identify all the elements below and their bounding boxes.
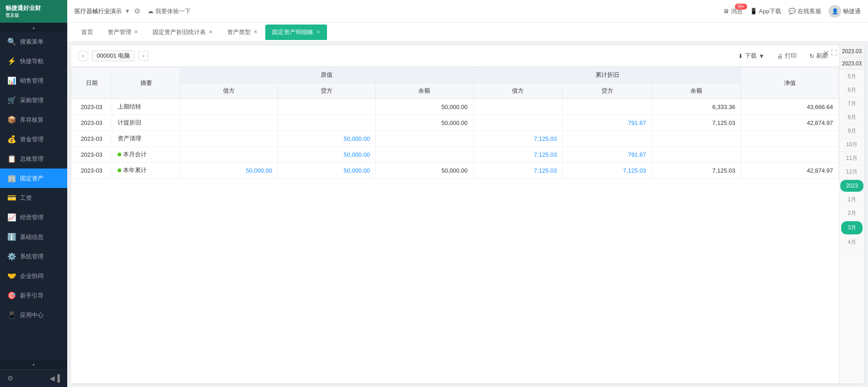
settings-icon[interactable]: ⚙ xyxy=(7,374,13,382)
sidebar-item-sales[interactable]: 📊销售管理 xyxy=(0,71,67,90)
app-download-btn[interactable]: 📱 App下载 xyxy=(750,7,781,15)
sidebar-item-purchase[interactable]: 🛒采购管理 xyxy=(0,90,67,110)
topbar: 医疗器械行业演示 ▼ ⚙ ☁ 我要体验一下 🖥 消息 99+ 📱 App下载 💬… xyxy=(67,0,868,23)
sidebar-label-sales: 销售管理 xyxy=(20,77,44,85)
sales-icon: 📊 xyxy=(7,76,15,85)
app_center-icon: 📱 xyxy=(7,311,15,319)
refresh-icon: ↻ xyxy=(809,53,814,60)
th-accumulated: 累计折旧 xyxy=(473,67,741,83)
tab-close-fixed_detail[interactable]: ✕ xyxy=(316,29,320,35)
timeline-month-after-2月[interactable]: 2月 xyxy=(839,207,864,220)
tab-close-asset_mgmt[interactable]: ✕ xyxy=(134,29,138,35)
ledger-icon: 📋 xyxy=(7,154,15,163)
timeline-month-8月[interactable]: 8月 xyxy=(839,111,864,124)
panel-controls: ✕ ⛶ xyxy=(823,49,837,58)
cell-orig-debit xyxy=(180,131,278,147)
company-settings-icon[interactable]: ⚙ xyxy=(134,7,140,15)
cell-accum-balance xyxy=(652,131,741,147)
timeline-month-7月[interactable]: 7月 xyxy=(839,97,864,111)
service-icon: 💬 xyxy=(789,8,796,15)
content-wrapper: ‹ 000001 电脑 › ⬇ 下载 ▼ 🖨 打印 xyxy=(71,45,864,383)
sidebar-item-operations[interactable]: 📈经营管理 xyxy=(0,208,67,227)
sidebar-item-payroll[interactable]: 💳工资 xyxy=(0,188,67,208)
sidebar-item-system[interactable]: ⚙️系统管理 xyxy=(0,247,67,266)
cell-net-value: 42,874.97 xyxy=(741,115,838,131)
experience-btn[interactable]: ☁ 我要体验一下 xyxy=(144,5,194,17)
timeline-month-10月[interactable]: 10月 xyxy=(839,138,864,152)
tab-asset_type[interactable]: 资产类型✕ xyxy=(220,25,264,40)
asset-code-tag: 000001 电脑 xyxy=(92,50,135,61)
timeline-month-9月[interactable]: 9月 xyxy=(839,124,864,138)
cell-accum-credit xyxy=(562,99,651,115)
collapse-icon[interactable]: ◀▐ xyxy=(50,374,60,382)
th-orig-credit: 贷方 xyxy=(278,83,376,99)
sidebar-scroll-up[interactable]: ▲ xyxy=(0,23,67,32)
user-menu[interactable]: 👤 畅捷通 xyxy=(828,5,861,18)
table-row: 2023-03 本月合计 50,000.00 7,125.03 791.67 xyxy=(71,147,839,163)
app-version: 普及版 xyxy=(5,12,41,19)
timeline-year-2023[interactable]: 2023 xyxy=(840,180,863,192)
table-row: 2023-03 计提折旧 50,000.00 791.67 7,125.03 4… xyxy=(71,115,839,131)
download-icon: 📱 xyxy=(750,8,757,15)
company-name: 医疗器械行业演示 xyxy=(74,7,122,15)
sidebar-item-ledger[interactable]: 📋总账管理 xyxy=(0,149,67,169)
th-accum-balance: 余额 xyxy=(652,83,741,99)
customer-service-btn[interactable]: 💬 在线客服 xyxy=(789,7,821,15)
sidebar-item-quick_nav[interactable]: ⚡快捷导航 xyxy=(0,51,67,71)
cell-net-value: 42,874.97 xyxy=(741,163,838,179)
cell-date: 2023-03 xyxy=(71,99,112,115)
timeline-month-11月[interactable]: 11月 xyxy=(839,152,864,165)
cell-date: 2023-03 xyxy=(71,131,112,147)
prev-asset-btn[interactable]: ‹ xyxy=(78,51,88,61)
timeline-month-5月[interactable]: 5月 xyxy=(839,70,864,84)
sidebar-scroll-down[interactable]: ▼ xyxy=(0,360,67,369)
sidebar-nav: 🔍搜索菜单⚡快捷导航📊销售管理🛒采购管理📦库存核算💰资金管理📋总账管理🏢固定资产… xyxy=(0,32,67,360)
cell-net-value xyxy=(741,147,838,163)
notifications-badge: 99+ xyxy=(735,4,747,10)
sidebar-item-fixed_assets[interactable]: 🏢固定资产 xyxy=(0,169,67,188)
timeline-month-6月[interactable]: 6月 xyxy=(839,84,864,97)
timeline-month-after-1月[interactable]: 1月 xyxy=(839,193,864,207)
company-selector[interactable]: 医疗器械行业演示 ▼ xyxy=(74,7,130,15)
notifications-btn[interactable]: 🖥 消息 99+ xyxy=(723,7,743,15)
timeline-month-12月[interactable]: 12月 xyxy=(839,165,864,179)
download-btn[interactable]: ⬇ 下载 ▼ xyxy=(734,50,768,62)
expand-timeline-btn[interactable]: ⛶ xyxy=(831,49,837,58)
cell-accum-credit: 791.67 xyxy=(562,115,651,131)
th-original-value: 原值 xyxy=(180,67,474,83)
sidebar-item-basic_info[interactable]: ℹ️基础信息 xyxy=(0,227,67,247)
cell-summary: 资产清理 xyxy=(112,131,180,147)
toolbar-right: ⬇ 下载 ▼ 🖨 打印 ↻ 刷新 xyxy=(734,50,832,62)
company-dropdown-icon[interactable]: ▼ xyxy=(124,8,130,15)
detail-toolbar: ‹ 000001 电脑 › ⬇ 下载 ▼ 🖨 打印 xyxy=(71,45,839,67)
sidebar-item-guide[interactable]: 🎯新手引导 xyxy=(0,286,67,305)
sidebar-item-collab[interactable]: 🤝企业协同 xyxy=(0,266,67,286)
tab-asset_mgmt[interactable]: 资产管理✕ xyxy=(101,25,145,40)
next-asset-btn[interactable]: › xyxy=(139,51,149,61)
operations-icon: 📈 xyxy=(7,213,15,222)
sidebar-label-payroll: 工资 xyxy=(20,194,32,202)
tab-close-asset_type[interactable]: ✕ xyxy=(253,29,258,35)
tab-fixed_detail[interactable]: 固定资产明细账✕ xyxy=(265,25,327,40)
tab-home[interactable]: 首页 xyxy=(74,25,100,40)
sidebar-item-search[interactable]: 🔍搜索菜单 xyxy=(0,32,67,51)
tab-close-fixed_depreciation[interactable]: ✕ xyxy=(208,29,213,35)
timeline-panel: 2023.032023.035月6月7月8月9月10月11月12月20231月2… xyxy=(839,45,864,383)
cell-accum-credit: 7,125.03 xyxy=(562,163,651,179)
sidebar-label-quick_nav: 快捷导航 xyxy=(20,57,44,65)
sidebar-item-finance[interactable]: 💰资金管理 xyxy=(0,129,67,149)
print-btn[interactable]: 🖨 打印 xyxy=(774,50,800,62)
cell-orig-balance: 50,000.00 xyxy=(376,163,473,179)
cell-summary: 计提折旧 xyxy=(112,115,180,131)
cell-orig-debit xyxy=(180,115,278,131)
timeline-month-after-3月[interactable]: 3月 xyxy=(841,221,863,235)
cell-net-value xyxy=(741,131,838,147)
close-timeline-btn[interactable]: ✕ xyxy=(823,49,829,58)
timeline-month-after-4月[interactable]: 4月 xyxy=(839,236,864,249)
tab-fixed_depreciation[interactable]: 固定资产折旧统计表✕ xyxy=(146,25,219,40)
cell-accum-debit xyxy=(473,99,562,115)
sidebar-item-inventory[interactable]: 📦库存核算 xyxy=(0,110,67,129)
sidebar: 畅捷通好业财 普及版 ▲ 🔍搜索菜单⚡快捷导航📊销售管理🛒采购管理📦库存核算💰资… xyxy=(0,0,67,387)
sidebar-label-collab: 企业协同 xyxy=(20,272,44,280)
sidebar-item-app_center[interactable]: 📱应用中心 xyxy=(0,305,67,325)
